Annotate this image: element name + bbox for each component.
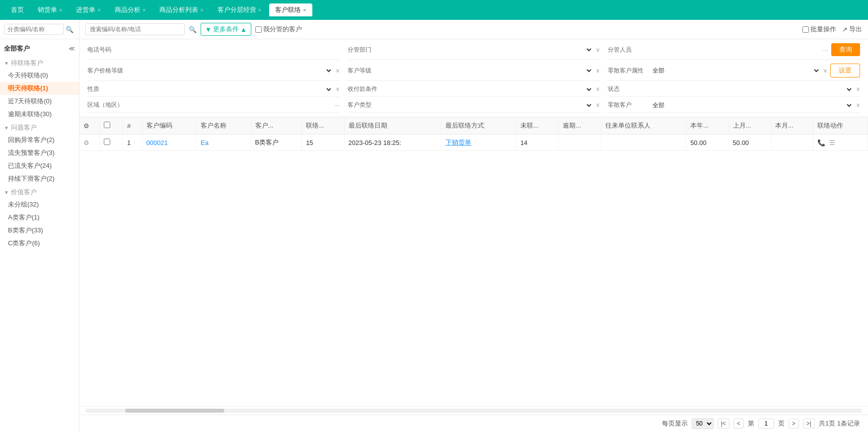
set-btn[interactable]: 设置 [830,64,860,77]
th-settings[interactable]: ⚙ [79,117,99,135]
group-problem-arrow: ▼ [4,125,9,131]
nav-customer-tier[interactable]: 客户分层经营 × [212,3,267,16]
sidebar-all-customers[interactable]: 全部客户 ≪ [0,41,79,56]
filter-manager-input[interactable] [651,46,818,53]
row-unit-contact [601,135,686,151]
last-page-btn[interactable]: >| [803,419,815,429]
filter-dept-select[interactable] [390,46,593,54]
row-settings[interactable]: ⚙ [79,135,99,151]
row-name[interactable]: Ea [197,135,251,151]
sidebar-item-overdue[interactable]: 逾期未联络(30) [0,108,79,121]
my-customers-checkbox[interactable]: 我分管的客户 [255,25,302,34]
filter-cust-level-select[interactable] [390,67,593,74]
th-no-contact[interactable]: 未联... [516,117,558,135]
th-checkbox[interactable] [99,117,123,135]
bulk-op-btn[interactable]: 批量操作 [802,25,836,34]
close-purchase-icon[interactable]: × [97,7,100,13]
search-icon[interactable]: 🔍 [189,26,197,33]
table-row: ⚙ 1 000021 Ea B类客户 15 2023-05-23 18:25: … [79,135,868,151]
sidebar-item-lost[interactable]: 已流失客户(24) [0,159,79,172]
sidebar-item-classC[interactable]: C类客户(6) [0,237,79,250]
filter-payment-label: 收付款条件 [348,85,387,93]
sidebar-search-input[interactable] [4,24,64,35]
nav-analysis[interactable]: 商品分析 × [109,3,151,16]
sidebar-item-declining[interactable]: 持续下滑客户(2) [0,172,79,185]
more-conditions-btn[interactable]: ▼ 更多条件 ▲ [201,23,251,36]
filter-icon: ▼ [205,26,212,33]
first-page-btn[interactable]: |< [718,419,729,429]
filter-region: 区域（地区） ··· [87,101,340,113]
row-phone-icon[interactable]: 📞 [817,139,825,146]
close-contact-icon[interactable]: × [303,7,306,13]
nav-sales[interactable]: 销货单 × [32,3,68,16]
filter-region-label: 区域（地区） [87,101,127,109]
filter-right-actions: 批量操作 ↗ 导出 [802,25,862,34]
query-btn[interactable]: 查询 [831,43,860,56]
sidebar-item-classB[interactable]: B类客户(33) [0,224,79,237]
th-last-date[interactable]: 最后联络日期 [344,117,441,135]
sidebar-item-warning[interactable]: 流失预警客户(3) [0,146,79,159]
sidebar-item-tomorrow[interactable]: 明天待联络(1) [0,82,79,95]
filter-dept: 分管部门 ∨ [348,43,600,60]
sidebar-item-ungrouped[interactable]: 未分组(32) [0,198,79,211]
filter-dept-arrow: ∨ [596,47,600,53]
th-this-year[interactable]: 本年... [686,117,728,135]
top-nav: 首页 销货单 × 进货单 × 商品分析 × 商品分析列表 × 客户分层经营 × … [0,0,868,20]
row-checkbox[interactable] [99,135,123,151]
row-menu-icon[interactable]: ☰ [829,139,835,146]
close-analysis-icon[interactable]: × [143,7,145,13]
export-btn[interactable]: ↗ 导出 [842,25,862,34]
row-check[interactable] [104,139,110,145]
nav-purchase[interactable]: 进货单 × [70,3,106,16]
page-input[interactable] [758,419,774,429]
th-overdue[interactable]: 逾期... [559,117,601,135]
filter-retail-attr-select[interactable]: 全部 [651,67,820,74]
my-customers-check[interactable] [255,26,262,33]
close-tier-icon[interactable]: × [258,7,261,13]
th-code[interactable]: 客户编码 [142,117,196,135]
filter-price-select[interactable] [130,67,333,74]
th-this-month[interactable]: 本月... [771,117,813,135]
next-page-btn[interactable]: > [789,419,799,429]
group-problem: ▼ 问题客户 [0,121,79,134]
sidebar-item-abnormal[interactable]: 回购异常客户(2) [0,134,79,146]
filter-status-select[interactable] [651,85,853,93]
close-sales-icon[interactable]: × [59,7,62,13]
row-code[interactable]: 000021 [142,135,196,151]
bulk-checkbox[interactable] [802,26,809,33]
prev-page-btn[interactable]: < [733,419,744,429]
filter-status-arrow: ∨ [856,86,860,92]
scroll-track[interactable] [85,409,862,413]
scroll-thumb[interactable] [125,409,224,413]
nav-customer-contact[interactable]: 客户联络 × [269,3,312,16]
nav-analysis-list[interactable]: 商品分析列表 × [153,3,209,16]
sidebar-search-icon[interactable]: 🔍 [66,26,73,33]
filter-retail-cust-select[interactable]: 全部 [651,101,853,109]
select-all-checkbox[interactable] [104,122,110,128]
row-this-month [771,135,813,151]
filter-region-input[interactable] [130,102,329,109]
search-input[interactable] [85,23,185,35]
close-analysis-list-icon[interactable]: × [200,7,203,13]
filter-manager-dots[interactable]: ··· [823,46,828,54]
filter-cust-type-select[interactable] [390,101,593,109]
filter-region-dots[interactable]: ··· [334,101,340,109]
filter-nature-select[interactable] [130,85,333,93]
sidebar-item-7days[interactable]: 近7天待联络(0) [0,95,79,108]
row-last-method[interactable]: 下销货单 [441,135,516,151]
th-unit-contact[interactable]: 往来单位联系人 [601,117,686,135]
th-type[interactable]: 客户... [251,117,302,135]
nav-home[interactable]: 首页 [5,3,30,16]
th-last-month[interactable]: 上月... [728,117,771,135]
th-contacts[interactable]: 联络... [302,117,344,135]
page-unit: 页 [778,419,785,428]
sidebar-item-today[interactable]: 今天待联络(0) [0,69,79,82]
th-name[interactable]: 客户名称 [197,117,251,135]
sidebar-item-classA[interactable]: A类客户(1) [0,211,79,224]
filter-phone-input[interactable] [130,46,340,53]
per-page-select[interactable]: 50 [692,418,714,429]
th-last-method[interactable]: 最后联络方式 [441,117,516,135]
row-no: 1 [123,135,142,151]
row-action: 📞 ☰ [813,135,868,151]
filter-payment-select[interactable] [390,85,593,93]
